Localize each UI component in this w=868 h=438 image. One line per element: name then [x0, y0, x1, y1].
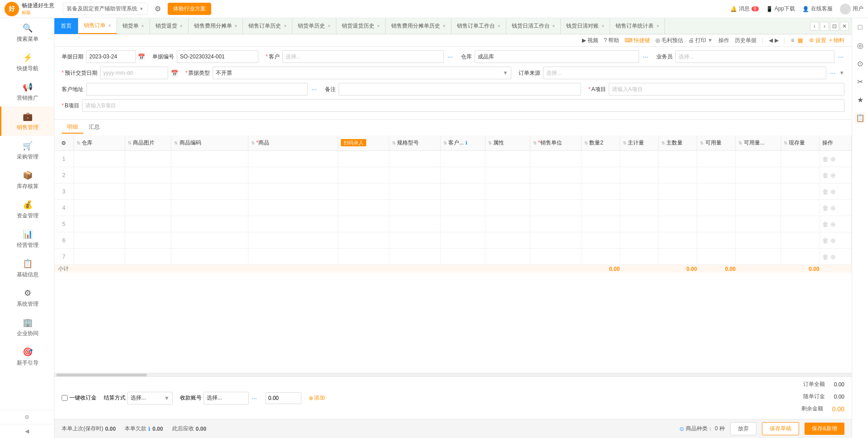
customer-addr-expand-btn[interactable]: ··· — [310, 86, 318, 93]
row-avail2[interactable] — [736, 200, 781, 216]
col-avail2[interactable]: ⇅ 可用量... — [736, 135, 781, 151]
row-spec[interactable] — [389, 200, 440, 216]
invoice-type-select[interactable]: 不开票 ▼ — [213, 67, 511, 79]
row-attr[interactable] — [485, 200, 530, 216]
row-attr[interactable] — [485, 249, 530, 265]
row-main-qty[interactable] — [658, 216, 697, 232]
row-warehouse[interactable] — [73, 200, 125, 216]
row-warehouse[interactable] — [73, 183, 125, 200]
delete-icon[interactable]: 🗑 — [822, 204, 829, 212]
copy-icon[interactable]: ⊕ — [830, 237, 836, 244]
row-warehouse[interactable] — [73, 216, 125, 232]
row-stock[interactable] — [781, 167, 819, 183]
trial-button[interactable]: 体验行业方案 — [168, 3, 211, 15]
row-code[interactable] — [171, 151, 248, 167]
tab-close-1[interactable]: × — [108, 23, 111, 28]
col-qty2[interactable]: ⇅ 数量2 — [581, 135, 620, 151]
row-avail2[interactable] — [736, 216, 781, 232]
row-unit[interactable] — [530, 167, 581, 183]
row-product[interactable] — [248, 200, 338, 216]
row-image[interactable] — [125, 167, 171, 183]
delete-icon[interactable]: 🗑 — [822, 221, 829, 228]
row-main-unit[interactable] — [620, 167, 658, 183]
add-payment-btn[interactable]: ⊕ 添加 — [309, 394, 325, 402]
copy-icon[interactable]: ⊕ — [830, 172, 836, 179]
grid-view-btn[interactable]: ▦ — [797, 36, 804, 44]
row-attr[interactable] — [485, 183, 530, 200]
sidebar-item-sales[interactable]: 💼 销售管理 — [0, 106, 54, 136]
col-code[interactable]: ⇅ 商品编码 — [171, 135, 248, 151]
tab-close-10[interactable]: × — [553, 24, 555, 29]
row-avail[interactable] — [697, 200, 736, 216]
delete-icon[interactable]: 🗑 — [822, 155, 829, 163]
row-warehouse[interactable] — [73, 232, 125, 249]
row-scan[interactable] — [338, 151, 389, 167]
tab-1[interactable]: 销售订单× — [78, 18, 117, 34]
warehouse-input[interactable] — [475, 50, 639, 63]
row-main-qty[interactable] — [658, 232, 697, 249]
row-code[interactable] — [171, 216, 248, 232]
row-customer-code[interactable] — [440, 200, 485, 216]
tab-prev-btn[interactable]: ‹ — [810, 22, 819, 31]
row-unit[interactable] — [530, 151, 581, 167]
one-click-checkbox-input[interactable] — [62, 395, 68, 401]
copy-icon[interactable]: ⊕ — [830, 155, 836, 163]
col-stock[interactable]: ⇅ 现存量 — [781, 135, 819, 151]
tab-8[interactable]: 销售费用分摊单历史× — [386, 18, 451, 34]
row-scan[interactable] — [338, 249, 389, 265]
row-avail2[interactable] — [736, 232, 781, 249]
sidebar-toggle-btn[interactable]: ◀ — [0, 424, 54, 438]
row-scan[interactable] — [338, 183, 389, 200]
next-record-btn[interactable]: ▶ — [775, 37, 779, 43]
col-warehouse[interactable]: ⇅ 仓库 — [73, 135, 125, 151]
row-spec[interactable] — [389, 151, 440, 167]
tab-close-4[interactable]: × — [235, 24, 238, 29]
tab-close-9[interactable]: × — [498, 24, 500, 29]
row-qty2[interactable] — [581, 232, 620, 249]
row-warehouse[interactable] — [73, 151, 125, 167]
row-scan[interactable] — [338, 232, 389, 249]
row-product[interactable] — [248, 216, 338, 232]
row-avail[interactable] — [697, 183, 736, 200]
row-stock[interactable] — [781, 232, 819, 249]
row-unit[interactable] — [530, 232, 581, 249]
list-view-btn[interactable]: ≡ — [791, 37, 794, 43]
row-customer-code[interactable] — [440, 167, 485, 183]
horizontal-scrollbar[interactable] — [54, 373, 852, 376]
a-project-input[interactable] — [609, 83, 844, 96]
tab-9[interactable]: 销售订单工作台× — [451, 18, 506, 34]
col-unit[interactable]: ⇅ *销售单位 — [530, 135, 581, 151]
right-icon-5[interactable]: ★ — [855, 94, 866, 105]
tab-close-2[interactable]: × — [141, 24, 144, 29]
tab-close-12[interactable]: × — [656, 24, 659, 29]
order-no-input[interactable] — [177, 50, 258, 63]
row-warehouse[interactable] — [73, 167, 125, 183]
row-spec[interactable] — [389, 232, 440, 249]
tab-2[interactable]: 销货单× — [117, 18, 150, 34]
warehouse-expand-btn[interactable]: ··· — [642, 53, 649, 60]
row-main-qty[interactable] — [658, 183, 697, 200]
note-input[interactable] — [339, 83, 581, 96]
order-source-expand-btn[interactable]: ··· — [829, 69, 836, 77]
row-avail2[interactable] — [736, 167, 781, 183]
row-image[interactable] — [125, 232, 171, 249]
right-icon-1[interactable]: □ — [855, 22, 866, 33]
row-stock[interactable] — [781, 151, 819, 167]
row-main-unit[interactable] — [620, 232, 658, 249]
customer-addr-input[interactable] — [86, 83, 308, 96]
col-product[interactable]: ⇅ *商品 — [248, 135, 338, 151]
order-source-input[interactable] — [543, 67, 827, 79]
row-avail2[interactable] — [736, 249, 781, 265]
row-customer-code[interactable] — [440, 183, 485, 200]
row-product[interactable] — [248, 151, 338, 167]
sidebar-item-guide[interactable]: 🎯 新手引导 — [0, 342, 54, 371]
copy-icon[interactable]: ⊕ — [830, 188, 836, 195]
row-product[interactable] — [248, 167, 338, 183]
tab-next-btn[interactable]: › — [820, 22, 829, 31]
tab-close-6[interactable]: × — [328, 24, 330, 29]
row-image[interactable] — [125, 216, 171, 232]
sidebar-item-quicknav[interactable]: ⚡ 快捷导航 — [0, 48, 54, 77]
row-spec[interactable] — [389, 183, 440, 200]
prev-record-btn[interactable]: ◀ — [769, 37, 773, 43]
scan-input-btn[interactable]: 扫码录入 — [341, 139, 366, 146]
